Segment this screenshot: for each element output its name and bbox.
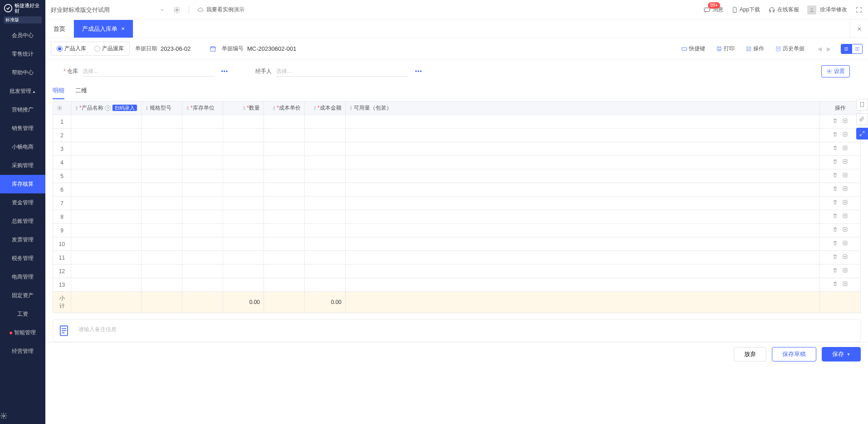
add-row[interactable] xyxy=(842,131,848,138)
cell-unit[interactable] xyxy=(182,129,223,142)
sidebar-item-8[interactable]: 库存核算 xyxy=(0,175,45,193)
cell-amount[interactable] xyxy=(305,278,346,292)
add-row[interactable] xyxy=(842,240,848,246)
sidebar-item-15[interactable]: 工资 xyxy=(0,305,45,323)
delete-row[interactable] xyxy=(832,145,839,151)
cell-spec[interactable] xyxy=(141,224,182,237)
cell-spec[interactable] xyxy=(141,278,182,292)
view-card[interactable] xyxy=(852,44,863,54)
next-doc[interactable]: ▶ xyxy=(824,44,833,54)
add-row[interactable] xyxy=(842,145,848,151)
cell-spec[interactable] xyxy=(141,156,182,169)
sidebar-item-14[interactable]: 固定资产 xyxy=(0,286,45,305)
sidebar-settings[interactable] xyxy=(0,408,45,424)
cell-avail[interactable] xyxy=(346,251,820,265)
delete-row[interactable] xyxy=(832,172,839,178)
handler-more[interactable]: ••• xyxy=(415,68,422,75)
cell-price[interactable] xyxy=(264,265,305,278)
cell-amount[interactable] xyxy=(305,115,346,129)
cell-amount[interactable] xyxy=(305,156,346,169)
delete-row[interactable] xyxy=(832,186,839,192)
cell-name[interactable] xyxy=(71,237,141,251)
cell-spec[interactable] xyxy=(141,142,182,156)
add-row[interactable] xyxy=(842,267,848,274)
cell-avail[interactable] xyxy=(346,142,820,156)
add-row[interactable] xyxy=(842,226,848,233)
cell-amount[interactable] xyxy=(305,129,346,142)
add-row[interactable] xyxy=(842,172,848,178)
delete-row[interactable] xyxy=(832,159,839,165)
cell-price[interactable] xyxy=(264,115,305,129)
col-avail[interactable]: ▲▼可用量（包装） xyxy=(346,101,820,115)
cell-qty[interactable] xyxy=(223,251,264,265)
cell-avail[interactable] xyxy=(346,210,820,224)
sidebar-item-11[interactable]: 发票管理 xyxy=(0,231,45,249)
cell-amount[interactable] xyxy=(305,251,346,265)
cell-name[interactable] xyxy=(71,265,141,278)
cell-name[interactable] xyxy=(71,183,141,197)
cell-name[interactable] xyxy=(71,251,141,265)
add-row[interactable] xyxy=(842,186,848,192)
cell-price[interactable] xyxy=(264,197,305,210)
discard-button[interactable]: 放弃 xyxy=(734,347,766,361)
cell-amount[interactable] xyxy=(305,237,346,251)
sidebar-item-10[interactable]: 总账管理 xyxy=(0,212,45,231)
sidebar-item-16[interactable]: 智能管理 xyxy=(0,323,45,342)
col-gear[interactable] xyxy=(53,101,71,115)
delete-row[interactable] xyxy=(832,281,839,287)
delete-row[interactable] xyxy=(832,213,839,219)
cell-amount[interactable] xyxy=(305,197,346,210)
table-row[interactable]: 8 xyxy=(53,210,861,224)
cell-spec[interactable] xyxy=(141,129,182,142)
cell-avail[interactable] xyxy=(346,224,820,237)
user-menu[interactable]: 徐泽华修改 xyxy=(807,5,847,14)
cell-avail[interactable] xyxy=(346,197,820,210)
cell-amount[interactable] xyxy=(305,142,346,156)
table-row[interactable]: 3 xyxy=(53,142,861,156)
add-row[interactable] xyxy=(842,199,848,206)
messages[interactable]: 99+ 消息 xyxy=(703,6,723,14)
cell-price[interactable] xyxy=(264,142,305,156)
header-settings[interactable] xyxy=(173,6,180,14)
cell-amount[interactable] xyxy=(305,224,346,237)
cell-spec[interactable] xyxy=(141,183,182,197)
cell-avail[interactable] xyxy=(346,156,820,169)
float-expand[interactable] xyxy=(856,128,868,140)
cell-avail[interactable] xyxy=(346,115,820,129)
cell-unit[interactable] xyxy=(182,156,223,169)
table-row[interactable]: 6 xyxy=(53,183,861,197)
sidebar-item-9[interactable]: 资金管理 xyxy=(0,193,45,212)
delete-row[interactable] xyxy=(832,118,839,124)
tab-1[interactable]: 产成品入库单✕ xyxy=(74,20,133,38)
table-row[interactable]: 10 xyxy=(53,237,861,251)
warehouse-more[interactable]: ••• xyxy=(221,68,229,75)
cell-avail[interactable] xyxy=(346,278,820,292)
sidebar-item-13[interactable]: 电商管理 xyxy=(0,268,45,286)
sidebar-item-3[interactable]: 批发管理▲ xyxy=(0,82,45,101)
history-button[interactable]: 历史单据 xyxy=(772,43,807,54)
cell-name[interactable] xyxy=(71,278,141,292)
cell-name[interactable] xyxy=(71,156,141,169)
cell-avail[interactable] xyxy=(346,265,820,278)
handler-input[interactable] xyxy=(276,66,408,77)
cell-qty[interactable] xyxy=(223,224,264,237)
col-product-name[interactable]: ▲▼*产品名称 ?扫码录入 xyxy=(71,101,141,115)
action-button[interactable]: 操作 xyxy=(743,43,767,54)
table-row[interactable]: 4 xyxy=(53,156,861,169)
cell-name[interactable] xyxy=(71,169,141,183)
cell-amount[interactable] xyxy=(305,265,346,278)
cell-price[interactable] xyxy=(264,129,305,142)
print-button[interactable]: 打印 xyxy=(713,43,737,54)
demo-link[interactable]: 我要看实例演示 xyxy=(197,6,244,14)
save-button[interactable]: 保存 ▼ xyxy=(822,347,861,361)
scan-entry-tag[interactable]: 扫码录入 xyxy=(112,105,137,111)
cell-price[interactable] xyxy=(264,251,305,265)
cell-price[interactable] xyxy=(264,237,305,251)
save-draft-button[interactable]: 保存草稿 xyxy=(772,347,816,361)
cell-unit[interactable] xyxy=(182,265,223,278)
cell-spec[interactable] xyxy=(141,169,182,183)
doc-date-input[interactable] xyxy=(161,45,206,53)
cell-price[interactable] xyxy=(264,278,305,292)
doc-date-picker[interactable] xyxy=(210,45,216,52)
sidebar-item-0[interactable]: 会员中心 xyxy=(0,26,45,45)
